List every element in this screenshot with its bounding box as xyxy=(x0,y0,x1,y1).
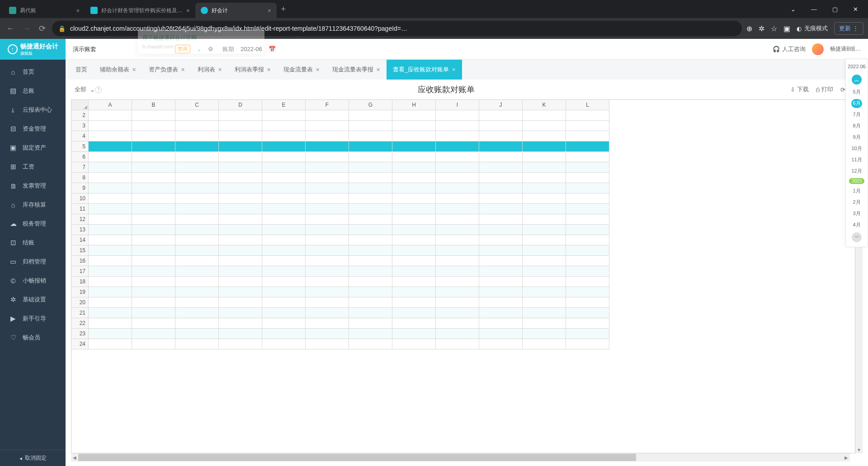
cell[interactable] xyxy=(523,214,566,225)
month-item[interactable]: 9月 xyxy=(851,132,862,143)
cell[interactable] xyxy=(175,141,219,152)
cell[interactable] xyxy=(392,339,436,349)
help-icon[interactable]: ? xyxy=(95,86,102,93)
row-header-2[interactable]: 2 xyxy=(71,110,89,121)
month-item[interactable]: 6月 xyxy=(851,98,862,109)
cell[interactable] xyxy=(219,121,262,131)
cell[interactable] xyxy=(262,173,306,183)
cell[interactable] xyxy=(89,297,132,308)
cell[interactable] xyxy=(566,266,609,277)
cell[interactable] xyxy=(175,277,219,287)
cell[interactable] xyxy=(219,256,262,266)
month-item[interactable]: 7月 xyxy=(851,109,862,120)
sidebar-item-0[interactable]: ⌂首页 xyxy=(0,62,66,81)
cell[interactable] xyxy=(89,339,132,349)
cell[interactable] xyxy=(175,121,219,131)
cell[interactable] xyxy=(262,245,306,256)
cell[interactable] xyxy=(175,339,219,349)
cell[interactable] xyxy=(479,162,523,173)
cell[interactable] xyxy=(219,329,262,339)
cell[interactable] xyxy=(566,162,609,173)
cell[interactable] xyxy=(392,162,436,173)
row-header-15[interactable]: 15 xyxy=(71,245,89,256)
cell[interactable] xyxy=(132,225,175,235)
cell[interactable] xyxy=(132,152,175,162)
cell[interactable] xyxy=(306,214,349,225)
month-up-button[interactable]: ︽ xyxy=(852,75,862,85)
cell[interactable] xyxy=(132,121,175,131)
cell[interactable] xyxy=(306,266,349,277)
cell[interactable] xyxy=(89,308,132,318)
cell[interactable] xyxy=(523,204,566,214)
row-header-23[interactable]: 23 xyxy=(71,329,89,339)
cell[interactable] xyxy=(89,141,132,152)
cell[interactable] xyxy=(523,225,566,235)
cell[interactable] xyxy=(392,297,436,308)
row-header-7[interactable]: 7 xyxy=(71,162,89,173)
page-tab-1[interactable]: 辅助余额表✕ xyxy=(94,60,142,80)
cell[interactable] xyxy=(262,287,306,297)
cell[interactable] xyxy=(479,308,523,318)
cell[interactable] xyxy=(175,225,219,235)
page-tab-2[interactable]: 资产负债表✕ xyxy=(142,60,191,80)
scroll-thumb-h[interactable] xyxy=(78,454,636,461)
cell[interactable] xyxy=(175,152,219,162)
cell[interactable] xyxy=(566,183,609,193)
cell[interactable] xyxy=(479,287,523,297)
cell[interactable] xyxy=(262,235,306,245)
close-icon[interactable]: × xyxy=(186,7,190,14)
cell[interactable] xyxy=(523,193,566,204)
gear-icon[interactable]: ⚙ xyxy=(208,46,213,52)
cell[interactable] xyxy=(349,266,392,277)
cell[interactable] xyxy=(479,339,523,349)
row-header-24[interactable]: 24 xyxy=(71,339,89,349)
sidebar-unpin-button[interactable]: ◂ 取消固定 xyxy=(0,450,66,466)
row-header-12[interactable]: 12 xyxy=(71,214,89,225)
cell[interactable] xyxy=(436,214,479,225)
cell[interactable] xyxy=(566,110,609,121)
sidebar-item-2[interactable]: ⫰云报表中心 xyxy=(0,100,66,119)
row-header-3[interactable]: 3 xyxy=(71,121,89,131)
cell[interactable] xyxy=(132,193,175,204)
cell[interactable] xyxy=(306,318,349,329)
cell[interactable] xyxy=(349,173,392,183)
row-header-5[interactable]: 5 xyxy=(71,141,89,152)
cell[interactable] xyxy=(523,256,566,266)
cell[interactable] xyxy=(523,121,566,131)
sidebar-item-13[interactable]: ▶新手引导 xyxy=(0,309,66,328)
browser-tab-1[interactable]: 好会计财务管理软件购买价格及… × xyxy=(85,3,195,18)
cell[interactable] xyxy=(262,121,306,131)
cell[interactable] xyxy=(479,152,523,162)
month-item[interactable]: 5月 xyxy=(851,86,862,98)
cell[interactable] xyxy=(479,297,523,308)
cell[interactable] xyxy=(392,225,436,235)
page-tab-7[interactable]: 查看_应收账款对账单✕ xyxy=(387,60,462,80)
cell[interactable] xyxy=(392,235,436,245)
cell[interactable] xyxy=(219,318,262,329)
cell[interactable] xyxy=(89,183,132,193)
cell[interactable] xyxy=(349,193,392,204)
cell[interactable] xyxy=(306,141,349,152)
cell[interactable] xyxy=(219,204,262,214)
cell[interactable] xyxy=(523,183,566,193)
cell[interactable] xyxy=(132,131,175,141)
row-header-14[interactable]: 14 xyxy=(71,235,89,245)
row-header-8[interactable]: 8 xyxy=(71,173,89,183)
cell[interactable] xyxy=(566,308,609,318)
row-header-4[interactable]: 4 xyxy=(71,131,89,141)
sidebar-item-14[interactable]: ♡畅会员 xyxy=(0,328,66,347)
month-item[interactable]: 1月 xyxy=(853,185,860,197)
cell[interactable] xyxy=(219,214,262,225)
cell[interactable] xyxy=(262,183,306,193)
cell[interactable] xyxy=(89,266,132,277)
cell[interactable] xyxy=(392,245,436,256)
row-header-6[interactable]: 6 xyxy=(71,152,89,162)
cell[interactable] xyxy=(89,256,132,266)
close-icon[interactable]: ✕ xyxy=(376,67,380,73)
cell[interactable] xyxy=(566,204,609,214)
cell[interactable] xyxy=(436,308,479,318)
cell[interactable] xyxy=(175,110,219,121)
cell[interactable] xyxy=(262,110,306,121)
cell[interactable] xyxy=(479,121,523,131)
cell[interactable] xyxy=(479,131,523,141)
